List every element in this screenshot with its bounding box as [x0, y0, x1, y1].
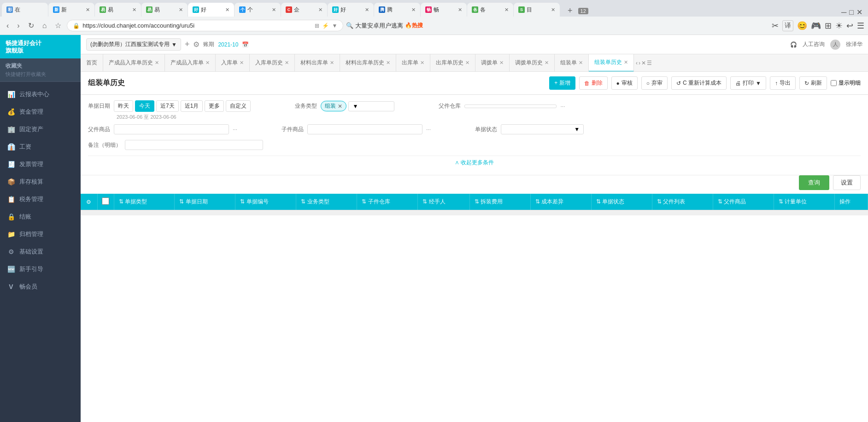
notes-input[interactable] [129, 142, 259, 148]
home-button[interactable]: ⌂ [40, 20, 50, 32]
browser-tab-10[interactable]: 畅 畅 ✕ [421, 3, 467, 17]
page-tab-prod-in-hist[interactable]: 产成品入库单历史 ✕ [103, 54, 165, 72]
recalc-button[interactable]: ↺ C 重新计算成本 [671, 76, 727, 90]
browser-tab-6[interactable]: 个 个 ✕ [235, 3, 281, 17]
sidebar-item-member[interactable]: V 畅会员 [0, 278, 81, 295]
page-tab-assembly-hist[interactable]: 组装单历史 ✕ [589, 54, 634, 72]
tab-close-4[interactable]: ✕ [179, 7, 183, 13]
page-tab-out-hist[interactable]: 出库单历史 ✕ [430, 54, 475, 72]
date-more-btn[interactable]: 更多 [205, 100, 224, 112]
date-today-btn[interactable]: 今天 [135, 100, 154, 112]
page-tab-mat-out-hist[interactable]: 材料出库单历史 ✕ [340, 54, 396, 72]
th-order-no[interactable]: ⇅ 单据编号 [235, 194, 296, 210]
scissors-icon[interactable]: ✂ [772, 21, 779, 31]
tab-prev-arrow[interactable]: ‹ [636, 60, 638, 66]
tab-close-9[interactable]: ✕ [411, 7, 416, 13]
parent-warehouse-more[interactable]: ··· [560, 103, 565, 110]
maximize-button[interactable]: □ [849, 8, 854, 17]
date-yesterday-btn[interactable]: 昨天 [114, 100, 133, 112]
sidebar-item-tax[interactable]: 📋 税务管理 [0, 191, 81, 208]
page-tab-close-prod-in-hist[interactable]: ✕ [155, 60, 159, 66]
parent-goods-more[interactable]: ··· [233, 126, 237, 133]
date-custom-btn[interactable]: 自定义 [226, 100, 251, 112]
th-child-warehouse[interactable]: ⇅ 子件仓库 [357, 194, 418, 210]
abandon-button[interactable]: ○ 弃审 [641, 76, 668, 90]
page-tab-close-assembly[interactable]: ✕ [579, 60, 583, 66]
dropdown-arrow-icon[interactable]: ▼ [332, 23, 337, 29]
tab-close-6[interactable]: ✕ [272, 7, 276, 13]
th-order-type[interactable]: ⇅ 单据类型 [114, 194, 175, 210]
new-button[interactable]: + 新增 [549, 76, 575, 90]
sidebar-item-guide[interactable]: 🆕 新手引导 [0, 260, 81, 278]
undo-icon[interactable]: ↩ [846, 21, 853, 31]
menu-icon[interactable]: ☰ [857, 21, 864, 31]
tab-close-8[interactable]: ✕ [365, 7, 369, 13]
tab-close-2[interactable]: ✕ [86, 7, 90, 13]
page-tab-close-adjust[interactable]: ✕ [499, 60, 504, 66]
parent-goods-input[interactable] [118, 126, 225, 133]
minimize-button[interactable]: ─ [841, 8, 846, 17]
business-type-dropdown[interactable]: ▼ [348, 101, 394, 111]
page-tab-close-adjust-hist[interactable]: ✕ [545, 60, 549, 66]
browser-tab-8[interactable]: 好 好 ✕ [328, 3, 374, 17]
th-cost-diff[interactable]: ⇅ 成本差异 [530, 194, 591, 210]
th-unit[interactable]: ⇅ 计量单位 [774, 194, 834, 210]
sidebar-item-salary[interactable]: 👔 工资 [0, 138, 81, 156]
tab-close-5[interactable]: ✕ [225, 7, 229, 13]
user-name[interactable]: 徐泽华 [846, 40, 862, 48]
print-button[interactable]: 🖨 打印 ▼ [730, 76, 766, 90]
th-order-date[interactable]: ⇅ 单据日期 [175, 194, 235, 210]
browser-tab-11[interactable]: 各 各 ✕ [467, 3, 513, 17]
tab-close-3[interactable]: ✕ [132, 7, 136, 13]
page-tab-close-out-order[interactable]: ✕ [420, 60, 424, 66]
page-tab-close-prod-in[interactable]: ✕ [205, 60, 210, 66]
refresh-button[interactable]: ↻ [25, 19, 37, 32]
sun-icon[interactable]: ☀ [835, 21, 843, 31]
sidebar-bookmarks[interactable]: 收藏夹 快捷键打开收藏夹 [0, 58, 81, 82]
new-tab-button[interactable]: + [564, 5, 576, 17]
lightning-icon[interactable]: ⚡ [322, 23, 329, 29]
browser-tab-1[interactable]: 彩 在 [2, 3, 48, 17]
refresh-button-page[interactable]: ↻ 刷新 [799, 76, 827, 90]
browser-tab-3[interactable]: 易 易 ✕ [95, 3, 141, 17]
browser-tab-4[interactable]: 易 易 ✕ [141, 3, 188, 17]
page-tab-assembly[interactable]: 组装单 ✕ [555, 54, 589, 72]
page-tab-adjust[interactable]: 调拨单 ✕ [475, 54, 510, 72]
th-handler[interactable]: ⇅ 经手人 [418, 194, 470, 210]
select-all-checkbox[interactable] [102, 197, 109, 205]
add-company-button[interactable]: + [185, 40, 190, 49]
tab-close-11[interactable]: ✕ [504, 7, 509, 13]
page-tab-out-order[interactable]: 出库单 ✕ [396, 54, 430, 72]
date-1month-btn[interactable]: 近1月 [181, 100, 203, 112]
settings-button[interactable]: 设置 [833, 175, 861, 190]
sidebar-item-invoice[interactable]: 🧾 发票管理 [0, 156, 81, 173]
tab-close-10[interactable]: ✕ [458, 7, 462, 13]
page-tab-close-assembly-hist[interactable]: ✕ [624, 59, 628, 65]
sidebar-item-reports[interactable]: 📊 云报表中心 [0, 86, 81, 103]
browser-tab-5[interactable]: 好 好 ✕ [188, 3, 234, 17]
tab-close-7[interactable]: ✕ [318, 7, 323, 13]
child-goods-input[interactable] [311, 126, 418, 133]
th-order-status[interactable]: ⇅ 单据状态 [591, 194, 652, 210]
sidebar-item-archive[interactable]: 📁 归档管理 [0, 225, 81, 243]
delete-button[interactable]: 🗑 删除 [579, 76, 608, 90]
browser-tab-7[interactable]: C 企 ✕ [281, 3, 327, 17]
address-bar[interactable]: 🔒 https://cloud.chanjet.com/accounting/u… [67, 20, 343, 31]
child-goods-more[interactable]: ··· [426, 126, 431, 133]
page-tab-close-mat-out-hist[interactable]: ✕ [386, 60, 390, 66]
page-tab-adjust-hist[interactable]: 调拨单历史 ✕ [510, 54, 555, 72]
emoji-icon[interactable]: 😊 [797, 21, 807, 31]
calendar-icon[interactable]: 📅 [242, 41, 249, 48]
sidebar-item-funds[interactable]: 💰 资金管理 [0, 103, 81, 121]
tab-close-current[interactable]: ✕ [641, 60, 646, 66]
show-detail-checkbox[interactable] [831, 80, 837, 86]
business-type-tag-remove[interactable]: ✕ [338, 103, 342, 110]
forward-button[interactable]: › [14, 20, 22, 32]
th-settings[interactable]: ⚙ [81, 194, 97, 210]
audit-button[interactable]: ● 审核 [611, 76, 638, 90]
sidebar-item-closing[interactable]: 🔒 结账 [0, 208, 81, 225]
page-tab-close-out-hist[interactable]: ✕ [465, 60, 469, 66]
game-icon[interactable]: 🎮 [811, 21, 821, 31]
browser-tab-9[interactable]: 腾 腾 ✕ [374, 3, 420, 17]
page-tab-mat-out[interactable]: 材料出库单 ✕ [295, 54, 340, 72]
